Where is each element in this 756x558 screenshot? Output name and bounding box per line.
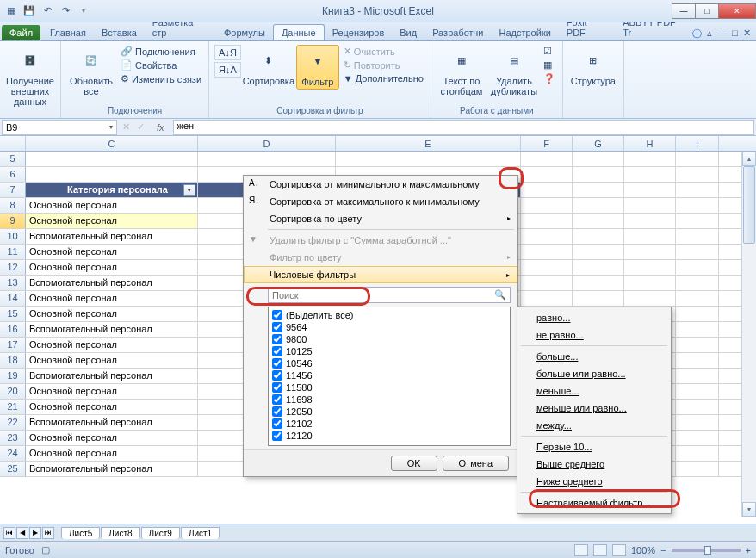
remove-duplicates-button[interactable]: ▤Удалить дубликаты (489, 45, 539, 98)
sort-desc-item[interactable]: Я↓Сортировка от максимального к минималь… (244, 193, 517, 210)
tab-file[interactable]: Файл (2, 25, 40, 40)
scroll-up-button[interactable]: ▴ (742, 152, 756, 166)
cell[interactable] (573, 198, 624, 213)
below-avg-item[interactable]: Ниже среднего (517, 473, 671, 490)
sort-desc-button[interactable]: Я↓А (214, 62, 241, 78)
cell[interactable] (573, 214, 624, 228)
cell[interactable] (676, 431, 719, 445)
col-head-E[interactable]: E (336, 136, 521, 151)
row-head[interactable]: 19 (0, 369, 26, 383)
ok-button[interactable]: OK (391, 456, 437, 471)
sheet-nav-first[interactable]: ⏮ (3, 527, 15, 539)
row-head[interactable]: 7 (0, 183, 26, 197)
name-box[interactable]: B9▾ (2, 120, 117, 135)
select-all-corner[interactable] (0, 136, 26, 151)
select-all-checkbox[interactable]: (Выделить все) (270, 309, 508, 321)
sheet-nav-prev[interactable]: ◀ (16, 527, 28, 539)
cell[interactable] (521, 260, 573, 275)
not-equals-item[interactable]: не равно... (517, 326, 671, 344)
cell[interactable] (26, 167, 198, 182)
cell[interactable]: Вспомогательный персонал (26, 369, 198, 383)
cell[interactable] (624, 152, 676, 166)
row-head[interactable]: 22 (0, 415, 26, 430)
filter-value-checkbox[interactable]: 10125 (270, 345, 508, 357)
page-layout-view-button[interactable] (593, 544, 607, 556)
col-head-G[interactable]: G (573, 136, 624, 151)
filter-value-checkbox[interactable]: 12102 (270, 418, 508, 430)
top10-item[interactable]: Первые 10... (517, 438, 671, 456)
cell[interactable]: Основной персонал (26, 338, 198, 352)
cell[interactable] (624, 183, 676, 197)
cell[interactable] (676, 152, 719, 166)
cell[interactable] (676, 307, 719, 321)
cell[interactable] (676, 415, 719, 430)
sheet-tab[interactable]: Лист9 (141, 527, 180, 539)
cell[interactable] (676, 338, 719, 352)
sheet-tab[interactable]: Лист5 (61, 527, 100, 539)
cell[interactable] (676, 369, 719, 383)
filter-value-checkbox[interactable]: 12120 (270, 430, 508, 442)
sheet-nav-next[interactable]: ▶ (29, 527, 41, 539)
cell[interactable]: Вспомогательный персонал (26, 322, 198, 337)
cell[interactable] (624, 229, 676, 244)
cell[interactable] (676, 400, 719, 414)
between-item[interactable]: между... (517, 417, 671, 434)
clear-filter-button[interactable]: ✕ Очистить (342, 45, 425, 58)
cell[interactable]: Вспомогательный персонал (26, 462, 198, 476)
row-head[interactable]: 18 (0, 353, 26, 368)
cell[interactable] (198, 152, 336, 166)
cell[interactable] (676, 322, 719, 337)
cell[interactable] (676, 183, 719, 197)
row-head[interactable]: 14 (0, 291, 26, 306)
sort-asc-item[interactable]: А↓Сортировка от минимального к максималь… (244, 176, 517, 193)
external-data-button[interactable]: 🗄️Получение внешних данных (5, 45, 55, 108)
cell[interactable] (624, 276, 676, 290)
filter-value-checkbox[interactable]: 12050 (270, 406, 508, 418)
refresh-all-button[interactable]: 🔄Обновить все (66, 45, 116, 98)
cell[interactable] (573, 245, 624, 259)
scroll-down-button[interactable]: ▾ (742, 502, 756, 517)
filter-values-list[interactable]: (Выделить все) 9564980010125105461145611… (268, 307, 511, 446)
cell[interactable] (521, 183, 573, 197)
cell[interactable] (521, 291, 573, 306)
cell[interactable]: Вспомогательный персонал (26, 415, 198, 430)
zoom-level[interactable]: 100% (631, 545, 655, 555)
cell[interactable] (676, 229, 719, 244)
filter-value-checkbox[interactable]: 11580 (270, 381, 508, 394)
cell[interactable] (26, 152, 198, 166)
normal-view-button[interactable] (574, 544, 588, 556)
gte-item[interactable]: больше или равно... (517, 365, 671, 382)
row-head[interactable]: 10 (0, 229, 26, 244)
filter-dropdown-icon[interactable]: ▾ (183, 184, 195, 196)
qat-more-icon[interactable]: ▾ (76, 3, 91, 19)
doc-close-icon[interactable]: ✕ (743, 28, 751, 40)
col-head-H[interactable]: H (624, 136, 676, 151)
cell[interactable] (573, 291, 624, 306)
cell[interactable] (521, 167, 573, 182)
filter-value-checkbox[interactable]: 11698 (270, 394, 508, 406)
minimize-button[interactable]: — (672, 3, 696, 19)
undo-icon[interactable]: ↶ (40, 3, 55, 19)
connections-button[interactable]: 🔗 Подключения (119, 45, 203, 58)
cancel-button[interactable]: Отмена (443, 456, 509, 471)
filter-value-checkbox[interactable]: 9800 (270, 333, 508, 345)
table-header-C[interactable]: Категория персонала▾ (26, 183, 198, 197)
doc-restore-icon[interactable]: □ (732, 28, 738, 40)
sheet-tab[interactable]: Лист8 (101, 527, 139, 539)
less-item[interactable]: меньше... (517, 382, 671, 400)
cell[interactable] (624, 167, 676, 182)
cell[interactable] (521, 214, 573, 228)
cell[interactable] (676, 384, 719, 399)
filter-value-checkbox[interactable]: 11456 (270, 369, 508, 381)
advanced-filter-button[interactable]: ▼ Дополнительно (342, 72, 425, 84)
row-head[interactable]: 15 (0, 307, 26, 321)
cell[interactable]: Основной персонал (26, 260, 198, 275)
filter-search-box[interactable]: 🔍 (268, 287, 511, 303)
cell[interactable] (624, 214, 676, 228)
col-head-F[interactable]: F (521, 136, 573, 151)
reapply-button[interactable]: ↻ Повторить (342, 59, 425, 71)
row-head[interactable]: 11 (0, 245, 26, 259)
scroll-thumb[interactable] (743, 166, 755, 244)
cell[interactable]: Вспомогательный персонал (26, 229, 198, 244)
equals-item[interactable]: равно... (517, 309, 671, 326)
